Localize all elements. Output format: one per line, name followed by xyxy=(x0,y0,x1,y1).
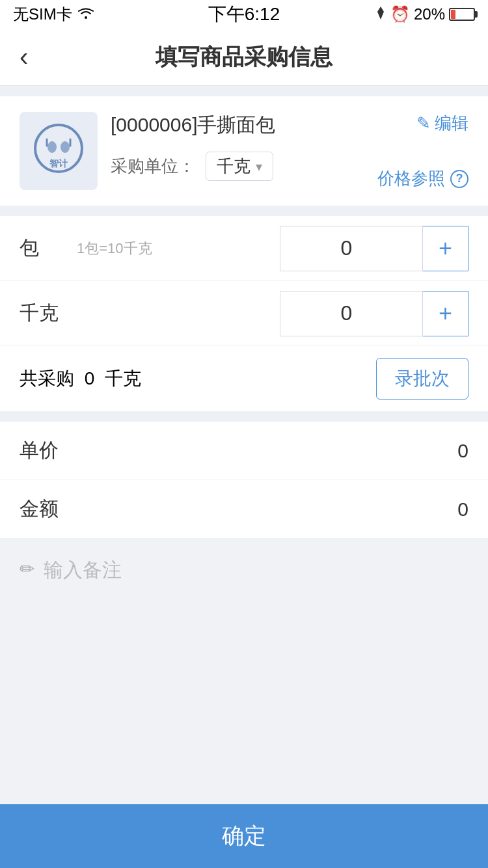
product-name: [0000006]手撕面包 xyxy=(111,112,468,139)
unit-price-label: 单价 xyxy=(20,437,59,464)
page-title: 填写商品采购信息 xyxy=(156,42,332,72)
pack-plus-button[interactable]: + xyxy=(423,226,468,271)
pack-controls: + xyxy=(280,226,468,271)
price-section: 单价 0 金额 0 xyxy=(0,422,488,539)
mid-divider xyxy=(0,206,488,216)
pack-input-row: 包 1包=10千克 + xyxy=(0,216,488,281)
status-right: ⏰ 20% xyxy=(375,5,475,23)
svg-text:智计: 智计 xyxy=(49,158,68,169)
unit-label: 采购单位： xyxy=(111,155,195,178)
chevron-down-icon: ▾ xyxy=(256,159,262,174)
unit-price-row: 单价 0 xyxy=(0,422,488,480)
pack-label: 包 xyxy=(20,235,72,262)
edit-icon: ✎ xyxy=(416,113,431,133)
summary-text: 共采购 0 千克 xyxy=(20,366,141,391)
kg-controls: + xyxy=(280,291,468,336)
product-logo: 智计 xyxy=(33,122,85,180)
svg-point-2 xyxy=(61,141,70,153)
pack-sub-label: 1包=10千克 xyxy=(77,239,152,258)
product-section: 智计 [0000006]手撕面包 采购单位： 千克 ▾ ✎ 编辑 价格参照 ? xyxy=(0,96,488,206)
pack-input[interactable] xyxy=(280,226,423,271)
nav-bar: ‹ 填写商品采购信息 xyxy=(0,29,488,86)
price-ref-button[interactable]: 价格参照 ? xyxy=(377,167,468,190)
back-button[interactable]: ‹ xyxy=(20,42,28,72)
kg-input[interactable] xyxy=(280,291,423,336)
amount-value: 0 xyxy=(457,498,468,521)
amount-label: 金额 xyxy=(20,496,59,522)
battery-icon xyxy=(449,8,475,21)
note-placeholder: 输入备注 xyxy=(44,557,122,584)
edit-label: 编辑 xyxy=(435,112,468,135)
price-ref-label: 价格参照 xyxy=(377,167,445,190)
bottom-divider xyxy=(0,411,488,422)
summary-prefix: 共采购 xyxy=(20,368,74,388)
confirm-button[interactable]: 确定 xyxy=(0,804,488,868)
status-bar: 无SIM卡 下午6:12 ⏰ 20% xyxy=(0,0,488,29)
unit-value: 千克 xyxy=(217,155,251,178)
battery-percent: 20% xyxy=(414,5,445,23)
kg-label: 千克 xyxy=(20,300,72,327)
wifi-icon xyxy=(77,5,94,23)
alarm-icon: ⏰ xyxy=(390,5,410,23)
status-left: 无SIM卡 xyxy=(13,4,94,25)
carrier-text: 无SIM卡 xyxy=(13,4,72,25)
status-time: 下午6:12 xyxy=(208,2,280,27)
location-icon xyxy=(375,5,386,23)
kg-input-row: 千克 + xyxy=(0,281,488,346)
input-section: 包 1包=10千克 + 千克 + xyxy=(0,216,488,346)
top-divider xyxy=(0,86,488,96)
confirm-label: 确定 xyxy=(222,821,266,851)
amount-row: 金额 0 xyxy=(0,480,488,539)
unit-select[interactable]: 千克 ▾ xyxy=(206,152,273,181)
pencil-icon: ✏ xyxy=(20,558,34,580)
summary-unit: 千克 xyxy=(105,368,141,388)
unit-price-value: 0 xyxy=(457,440,468,462)
batch-button[interactable]: 录批次 xyxy=(376,358,468,400)
kg-plus-button[interactable]: + xyxy=(423,291,468,336)
help-icon: ? xyxy=(450,170,468,188)
edit-button[interactable]: ✎ 编辑 xyxy=(416,112,468,135)
summary-row: 共采购 0 千克 录批次 xyxy=(0,346,488,411)
product-image: 智计 xyxy=(20,112,98,190)
svg-point-1 xyxy=(47,141,57,153)
note-section[interactable]: ✏ 输入备注 xyxy=(0,539,488,734)
summary-value: 0 xyxy=(85,368,95,388)
